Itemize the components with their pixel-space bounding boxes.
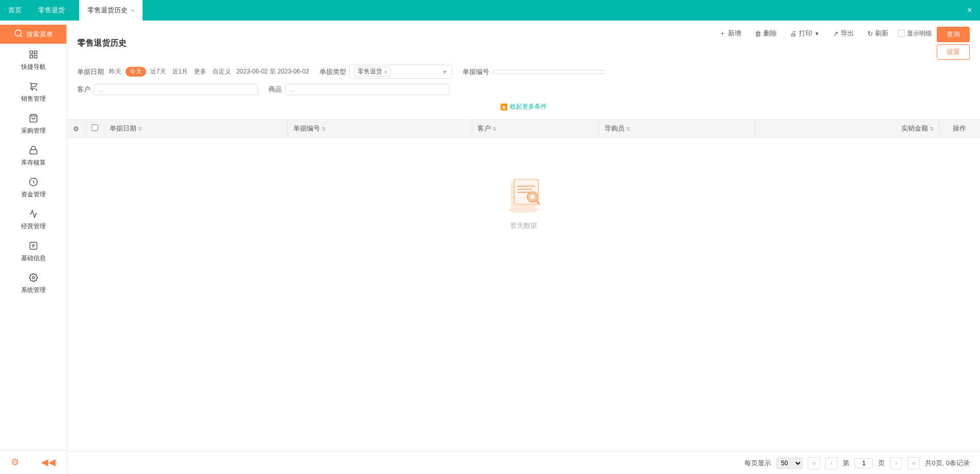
pagination: 每页显示 10 20 50 100 « ‹ 第 页 › » 共0页, 0条记录 bbox=[67, 451, 980, 474]
sidebar-item-purchase[interactable]: 采购管理 bbox=[0, 107, 66, 139]
sidebar-search-label: 搜索菜单 bbox=[26, 30, 53, 39]
page-input[interactable] bbox=[854, 458, 873, 468]
th-amount[interactable]: 实销金额 ⇅ bbox=[755, 120, 939, 138]
tab-retail-return-history[interactable]: 零售退货历史 × bbox=[79, 0, 142, 21]
refresh-icon: ↻ bbox=[867, 30, 873, 38]
display-toggle[interactable]: 显示明细 bbox=[898, 29, 932, 38]
th-doc-date[interactable]: 单据日期 ⇅ bbox=[104, 120, 288, 138]
empty-text: 暂无数据 bbox=[510, 221, 537, 230]
export-label: 导出 bbox=[841, 29, 854, 38]
date-btn-7days[interactable]: 近7天 bbox=[148, 67, 168, 77]
collapse-icon: 🔼 bbox=[500, 103, 508, 111]
sidebar-item-funds-label: 资金管理 bbox=[21, 190, 46, 199]
doc-type-selector[interactable]: 零售退货 × ▼ bbox=[349, 65, 452, 79]
next-page-button[interactable]: › bbox=[890, 457, 902, 469]
svg-rect-3 bbox=[34, 51, 37, 53]
sales-icon bbox=[29, 82, 38, 93]
date-btn-1month[interactable]: 近1月 bbox=[170, 67, 190, 77]
new-label: 新增 bbox=[728, 29, 741, 38]
date-range-buttons: 昨天 今天 近7天 近1月 更多 自定义 bbox=[107, 67, 233, 77]
doc-type-tag-close[interactable]: × bbox=[384, 69, 387, 75]
export-button[interactable]: ↗ 导出 bbox=[829, 27, 858, 40]
quick-nav-icon bbox=[29, 50, 38, 61]
th-customer[interactable]: 客户 ⇅ bbox=[472, 120, 599, 138]
filter-row-2: 客户 ... 商品 ... bbox=[77, 84, 970, 95]
product-label: 商品 bbox=[269, 85, 282, 94]
sidebar-item-inventory-label: 库存核算 bbox=[21, 158, 46, 167]
tab-retail-return-label: 零售退货 bbox=[38, 6, 65, 15]
sidebar-item-sales-label: 销售管理 bbox=[21, 95, 46, 103]
product-input[interactable]: ... bbox=[285, 84, 450, 95]
basic-info-icon bbox=[29, 241, 38, 252]
per-page-select[interactable]: 10 20 50 100 bbox=[776, 458, 803, 469]
date-btn-yesterday[interactable]: 昨天 bbox=[107, 67, 123, 77]
sidebar-item-basic-info[interactable]: 基础信息 bbox=[0, 235, 66, 267]
main-content: 零售退货历史 ＋ 新增 🗑 删除 🖨 打印 bbox=[67, 21, 980, 474]
sort-doc-number-icon: ⇅ bbox=[322, 126, 326, 132]
date-btn-today[interactable]: 今天 bbox=[126, 67, 146, 77]
date-range-value: 2023-06-02 至 2023-06-02 bbox=[236, 67, 309, 76]
query-settings-group: 查询 设置 bbox=[937, 27, 970, 60]
sidebar-search[interactable]: 搜索菜单 bbox=[0, 25, 66, 44]
th-doc-number[interactable]: 单据编号 ⇅ bbox=[288, 120, 472, 138]
delete-icon: 🗑 bbox=[755, 30, 761, 38]
table-area: ⚙ 单据日期 ⇅ bbox=[67, 120, 980, 474]
display-checkbox[interactable] bbox=[898, 30, 905, 37]
tab-home[interactable]: 首页 bbox=[0, 0, 30, 21]
purchase-icon bbox=[29, 114, 38, 124]
window-close-button[interactable]: × bbox=[959, 0, 980, 21]
tab-retail-return-history-close[interactable]: × bbox=[131, 7, 134, 13]
date-btn-custom[interactable]: 自定义 bbox=[210, 67, 233, 77]
new-button[interactable]: ＋ 新增 bbox=[715, 27, 745, 40]
settings-icon[interactable]: ⚙ bbox=[11, 457, 19, 468]
filter-doc-type: 单据类型 零售退货 × ▼ bbox=[319, 65, 452, 79]
query-button[interactable]: 查询 bbox=[937, 27, 970, 42]
tab-retail-return[interactable]: 零售退货 × bbox=[30, 0, 79, 21]
refresh-button[interactable]: ↻ 刷新 bbox=[863, 27, 893, 40]
collapse-button[interactable]: 🔼 收起更多条件 bbox=[500, 102, 547, 111]
th-checkbox[interactable] bbox=[85, 120, 104, 138]
delete-button[interactable]: 🗑 删除 bbox=[751, 27, 781, 40]
sidebar: 搜索菜单 快捷导航 销售管理 采购管理 库存核算 bbox=[0, 21, 67, 474]
filter-area: 单据日期 昨天 今天 近7天 近1月 更多 自定义 2023-06-02 至 2… bbox=[77, 65, 970, 115]
sidebar-item-system[interactable]: 系统管理 bbox=[0, 267, 66, 299]
prev-page-button[interactable]: ‹ bbox=[825, 457, 838, 469]
sidebar-item-quick-nav[interactable]: 快捷导航 bbox=[0, 44, 66, 76]
tab-retail-return-close[interactable]: × bbox=[68, 7, 71, 13]
svg-point-0 bbox=[15, 30, 21, 36]
export-icon: ↗ bbox=[833, 30, 839, 38]
select-all-checkbox[interactable] bbox=[92, 124, 98, 131]
sort-guide-icon: ⇅ bbox=[626, 126, 630, 132]
sidebar-item-operations[interactable]: 经营管理 bbox=[0, 203, 66, 235]
filter-doc-number: 单据编号 bbox=[462, 67, 605, 77]
th-guide[interactable]: 导购员 ⇅ bbox=[599, 120, 755, 138]
sidebar-item-inventory[interactable]: 库存核算 bbox=[0, 139, 66, 171]
date-btn-more[interactable]: 更多 bbox=[192, 67, 208, 77]
product-dots: ... bbox=[290, 86, 295, 93]
filter-product: 商品 ... bbox=[269, 84, 450, 95]
print-arrow: ▼ bbox=[814, 31, 819, 37]
th-action: 操作 bbox=[939, 120, 980, 138]
sidebar-item-purchase-label: 采购管理 bbox=[21, 126, 46, 135]
doc-number-input[interactable] bbox=[492, 70, 605, 74]
page-header: 零售退货历史 ＋ 新增 🗑 删除 🖨 打印 bbox=[67, 21, 980, 120]
sidebar-item-sales[interactable]: 销售管理 bbox=[0, 76, 66, 107]
settings-button[interactable]: 设置 bbox=[937, 44, 970, 60]
th-settings[interactable]: ⚙ bbox=[67, 120, 85, 138]
table-settings-icon[interactable]: ⚙ bbox=[73, 125, 79, 133]
empty-illustration bbox=[501, 169, 547, 215]
page-label: 第 bbox=[843, 459, 849, 468]
print-label: 打印 bbox=[799, 29, 812, 38]
print-button[interactable]: 🖨 打印 ▼ bbox=[786, 27, 824, 40]
first-page-button[interactable]: « bbox=[808, 457, 820, 469]
sidebar-item-funds[interactable]: 资金管理 bbox=[0, 171, 66, 203]
svg-point-6 bbox=[32, 89, 33, 90]
doc-type-label: 单据类型 bbox=[319, 67, 346, 77]
per-page-label: 每页显示 bbox=[744, 459, 771, 468]
svg-point-7 bbox=[36, 89, 37, 90]
volume-icon[interactable]: ◀◀ bbox=[41, 457, 56, 468]
customer-input[interactable]: ... bbox=[94, 84, 258, 95]
last-page-button[interactable]: » bbox=[907, 457, 920, 469]
doc-type-selected-value: 零售退货 × bbox=[354, 67, 391, 77]
page-unit: 页 bbox=[878, 459, 885, 468]
